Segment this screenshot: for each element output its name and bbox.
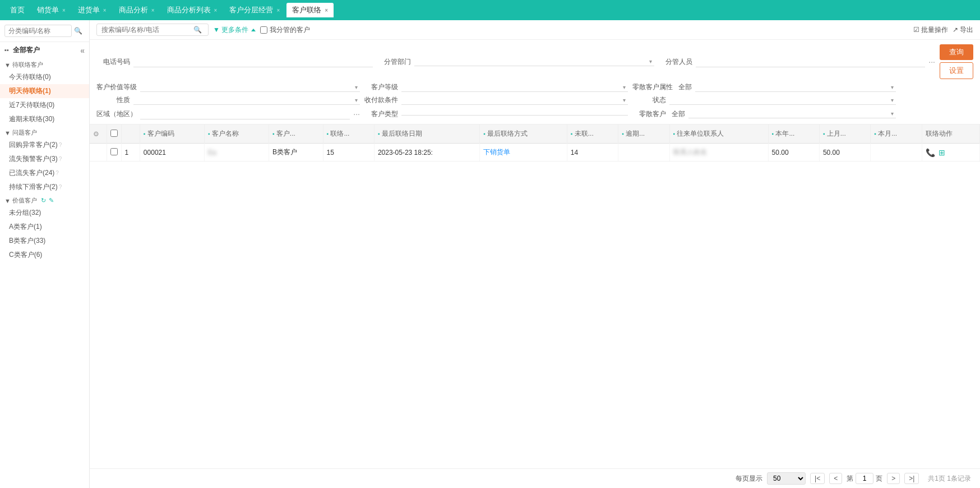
nav-product-analysis-list[interactable]: 商品分析列表 × (161, 3, 223, 17)
page-label: 页 (876, 474, 882, 484)
more-action-icon[interactable]: ⊞ (939, 148, 945, 157)
prev-page-button[interactable]: < (829, 473, 842, 484)
sidebar-item-7days[interactable]: 近7天待联络(0) (0, 98, 89, 112)
th-last-contact-method: ▪ 最后联络方式 (480, 125, 567, 144)
sidebar-item-ungrouped[interactable]: 未分组(32) (0, 206, 89, 220)
nav-close-icon[interactable]: × (276, 7, 280, 13)
retail-attr-select[interactable]: ▾ (695, 83, 896, 92)
help-icon[interactable]: ? (59, 156, 62, 162)
sidebar-item-tomorrow[interactable]: 明天待联络(1) (0, 84, 89, 98)
th-index (121, 125, 140, 144)
row-checkbox[interactable] (110, 148, 118, 155)
refresh-icon[interactable]: ↻ (41, 197, 46, 204)
sidebar-search-icon[interactable]: 🔍 (74, 27, 82, 35)
my-customers-checkbox-label[interactable]: 我分管的客户 (260, 25, 310, 35)
sidebar-item-repurchase-abnormal[interactable]: 回购异常客户(2) ? (0, 138, 89, 152)
page-size-select[interactable]: 50 20 100 (767, 472, 806, 485)
phone-input[interactable] (133, 57, 373, 67)
td-code: 000021 (140, 144, 204, 162)
sidebar-item-declining[interactable]: 持续下滑客户(2) ? (0, 180, 89, 194)
nav-close-icon[interactable]: × (325, 7, 328, 13)
page-input[interactable] (856, 473, 873, 484)
last-contact-method-link[interactable]: 下销货单 (483, 148, 510, 156)
col-icon: ▪ (272, 131, 275, 137)
first-page-button[interactable]: |< (810, 473, 825, 484)
col-icon: ▪ (208, 131, 210, 137)
nav-close-icon[interactable]: × (214, 7, 218, 13)
nav-close-icon[interactable]: × (103, 7, 107, 13)
more-icon[interactable]: ··· (928, 57, 935, 66)
next-page-button[interactable]: > (887, 473, 900, 484)
filter-panel: 电话号码 分管部门 ▾ 分管人员 ··· 查询 设置 (90, 40, 980, 125)
td-index: 1 (121, 144, 140, 162)
td-action: 📞 ⊞ (922, 144, 979, 162)
search-icon[interactable]: 🔍 (193, 26, 202, 34)
filter-gender: 性质 ▾ (96, 95, 360, 105)
filter-status: 状态 ▾ (632, 95, 896, 105)
td-customer-type: B类客户 (269, 144, 323, 162)
search-input[interactable] (101, 26, 191, 34)
my-customers-checkbox[interactable] (260, 26, 267, 34)
dept-select[interactable]: ▾ (414, 57, 654, 66)
col-icon: ▪ (673, 131, 676, 137)
settings-icon[interactable]: ⚙ (93, 130, 99, 138)
select-all-checkbox[interactable] (110, 130, 118, 137)
filter-row-1: 电话号码 分管部门 ▾ 分管人员 ··· 查询 设置 (96, 44, 973, 79)
sidebar-item-class-b[interactable]: B类客户(33) (0, 234, 89, 248)
th-checkbox (107, 125, 121, 144)
nav-customer-stratification[interactable]: 客户分层经营 × (224, 3, 285, 17)
pending-contact-group: ▼ 待联络客户 (0, 58, 89, 70)
retail-customer-select[interactable]: ▾ (688, 109, 896, 118)
customer-type-select[interactable] (401, 113, 628, 116)
customer-value-select[interactable]: ▾ (140, 83, 360, 92)
more-filter-button[interactable]: ▼ 更多条件 (213, 25, 256, 35)
status-select[interactable]: ▾ (669, 96, 896, 105)
person-input[interactable] (696, 56, 926, 67)
customer-name-blurred: Ea (208, 149, 216, 156)
filter-customer-value: 客户价值等级 ▾ (96, 82, 360, 92)
edit-icon[interactable]: ✎ (49, 197, 54, 204)
filter-row-2: 客户价值等级 ▾ 客户等级 ▾ 零散客户属性 全部 (96, 82, 973, 92)
td-this-month (871, 144, 922, 162)
sidebar-item-churned[interactable]: 已流失客户(24) ? (0, 166, 89, 180)
sidebar-collapse-icon[interactable]: « (80, 46, 85, 55)
bulk-operation-button[interactable]: ☑ 批量操作 (913, 25, 948, 35)
export-button[interactable]: ↗ 导出 (953, 25, 973, 35)
sidebar-item-overdue[interactable]: 逾期未联络(30) (0, 112, 89, 126)
sidebar-item-today[interactable]: 今天待联络(0) (0, 70, 89, 84)
customer-level-select[interactable]: ▾ (401, 83, 628, 92)
sidebar-search-area: 🔍 (0, 20, 89, 42)
td-uncontacted: 14 (567, 144, 618, 162)
col-icon: ▪ (622, 131, 624, 137)
sidebar-item-churn-warning[interactable]: 流失预警客户(3) ? (0, 152, 89, 166)
help-icon[interactable]: ? (56, 170, 59, 176)
phone-label: 电话号码 (96, 57, 130, 67)
td-past-contact: 联系人姓名 (669, 144, 768, 162)
all-customers-label: ▪▪ 全部客户 (4, 45, 40, 55)
col-icon: ▪ (874, 131, 876, 137)
region-input[interactable] (140, 108, 350, 119)
payment-select[interactable]: ▾ (401, 96, 628, 105)
nav-close-icon[interactable]: × (62, 7, 66, 13)
nav-close-icon[interactable]: × (151, 7, 155, 13)
sidebar-search-input[interactable] (4, 25, 72, 37)
table-row: 1 000021 Ea B类客户 15 2023-05-23 18:25: 下销… (90, 144, 980, 162)
sidebar-item-class-a[interactable]: A类客户(1) (0, 220, 89, 234)
gender-select[interactable]: ▾ (133, 96, 360, 105)
nav-purchase-order[interactable]: 进货单 × (72, 3, 112, 17)
nav-home[interactable]: 首页 (4, 3, 30, 17)
nav-customer-contact[interactable]: 客户联络 × (286, 3, 334, 17)
set-button[interactable]: 设置 (940, 62, 973, 79)
phone-action-icon[interactable]: 📞 (926, 148, 935, 157)
sidebar-item-class-c[interactable]: C类客户(6) (0, 248, 89, 262)
last-page-button[interactable]: >| (904, 473, 919, 484)
help-icon[interactable]: ? (59, 142, 62, 148)
query-button[interactable]: 查询 (940, 44, 973, 60)
chevron-up-icon (251, 29, 256, 31)
nav-sales-order[interactable]: 销货单 × (31, 3, 71, 17)
help-icon[interactable]: ? (59, 184, 62, 190)
more-icon[interactable]: ··· (353, 109, 360, 118)
nav-product-analysis[interactable]: 商品分析 × (113, 3, 160, 17)
checkbox-icon: ☑ (913, 26, 919, 34)
customer-table: ⚙ ▪ 客户编码 ▪ 客户名称 (90, 125, 980, 162)
